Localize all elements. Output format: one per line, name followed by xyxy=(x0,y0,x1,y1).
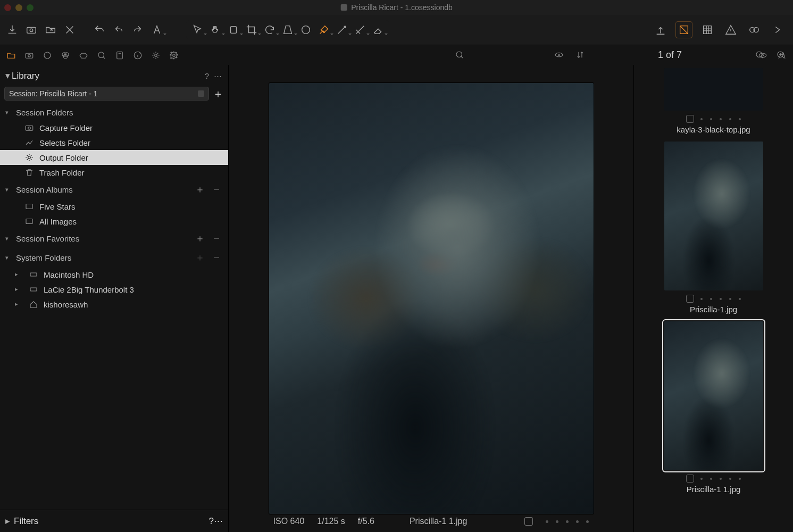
tab-color[interactable] xyxy=(57,47,73,63)
tab-lens[interactable] xyxy=(39,47,55,63)
system-folders-header[interactable]: ▾ System Folders ＋ − xyxy=(0,248,228,267)
move-to-icon[interactable] xyxy=(43,22,59,38)
remove-favorite-button[interactable]: − xyxy=(209,232,223,245)
svg-point-13 xyxy=(98,52,104,58)
main-image[interactable] xyxy=(269,83,594,514)
system-folder-home[interactable]: kishoresawh xyxy=(0,297,228,312)
library-panel-title: Library xyxy=(12,71,39,81)
import-icon[interactable] xyxy=(4,22,20,38)
exposure-warning-icon[interactable] xyxy=(676,22,692,38)
thumb-rating[interactable] xyxy=(700,298,741,300)
rating-dots[interactable] xyxy=(546,520,589,523)
system-folder-macintosh[interactable]: Macintosh HD xyxy=(0,267,228,282)
expand-icon[interactable]: ▸ xyxy=(15,301,18,307)
session-folders-header[interactable]: ▾ Session Folders xyxy=(0,105,228,120)
gradient-tool-icon[interactable] xyxy=(334,22,350,38)
tab-adjust[interactable] xyxy=(112,47,128,63)
tab-metadata[interactable] xyxy=(130,47,146,63)
all-images-album[interactable]: All Images xyxy=(0,214,228,229)
drive-icon xyxy=(29,270,38,279)
zoom-window-button[interactable] xyxy=(27,4,34,11)
output-folder-item[interactable]: Output Folder xyxy=(0,150,228,165)
session-favorites-header[interactable]: ▾ Session Favorites ＋ − xyxy=(0,229,228,248)
undo-step-icon[interactable] xyxy=(111,22,127,38)
cancel-icon[interactable] xyxy=(62,22,78,38)
thumb-checkbox[interactable] xyxy=(686,475,694,483)
thumb-checkbox[interactable] xyxy=(686,295,694,303)
document-icon xyxy=(340,4,347,11)
library-tree: ▾ Session Folders Capture Folder Selects… xyxy=(0,105,228,312)
grid-icon[interactable] xyxy=(699,22,715,38)
thumb-rating[interactable] xyxy=(700,478,741,480)
redo-step-icon[interactable] xyxy=(130,22,146,38)
tab-capture[interactable] xyxy=(21,47,37,63)
capture-icon[interactable] xyxy=(23,22,39,38)
system-folder-lacie[interactable]: LaCie 2Big Thunderbolt 3 xyxy=(0,282,228,297)
browser-sort-icon[interactable] xyxy=(572,47,588,63)
tab-library[interactable] xyxy=(3,47,19,63)
chevron-down-icon: ▾ xyxy=(3,70,12,81)
keystone-tool-icon[interactable] xyxy=(280,22,296,38)
eraser-tool-icon[interactable] xyxy=(370,22,386,38)
thumbnail-item[interactable]: kayla-3-black-top.jpg xyxy=(663,68,764,134)
minimize-window-button[interactable] xyxy=(15,4,22,11)
browser-eye-icon[interactable] xyxy=(551,47,567,63)
radial-tool-icon[interactable] xyxy=(352,22,368,38)
thumbnail-item-selected[interactable]: Priscilla-1 1.jpg xyxy=(663,321,764,494)
trash-icon xyxy=(24,168,34,177)
thumbnail-strip: kayla-3-black-top.jpg Priscilla-1.jpg Pr… xyxy=(634,65,793,532)
expand-icon[interactable]: ▸ xyxy=(15,286,18,293)
selects-icon xyxy=(24,138,34,147)
tab-details[interactable] xyxy=(94,47,110,63)
tab-batch[interactable] xyxy=(166,47,182,63)
tab-exposure[interactable] xyxy=(76,47,91,63)
more-icon[interactable] xyxy=(770,22,786,38)
tab-output[interactable] xyxy=(148,47,164,63)
panel-menu-icon[interactable]: ⋯ xyxy=(212,71,223,81)
select-tool-icon[interactable] xyxy=(189,22,205,38)
thumb-checkbox[interactable] xyxy=(686,115,694,123)
crop-tool-icon[interactable] xyxy=(244,22,260,38)
svg-point-16 xyxy=(155,54,157,56)
add-album-button[interactable]: ＋ xyxy=(195,183,206,196)
proof-view-icon[interactable] xyxy=(746,22,762,38)
svg-point-22 xyxy=(28,156,31,159)
expand-icon[interactable]: ▸ xyxy=(15,271,18,278)
svg-rect-2 xyxy=(231,27,237,34)
browser-zoom-icon[interactable] xyxy=(773,47,789,63)
pan-tool-icon[interactable] xyxy=(207,22,223,38)
help-icon[interactable]: ? xyxy=(202,71,212,80)
thumb-rating[interactable] xyxy=(700,118,741,120)
undo-icon[interactable] xyxy=(91,22,107,38)
add-session-button[interactable]: ＋ xyxy=(212,88,224,99)
thumbnail-image xyxy=(664,142,763,290)
export-icon[interactable] xyxy=(653,22,669,38)
rotate-tool-icon[interactable] xyxy=(262,22,278,38)
thumbnail-item[interactable]: Priscilla-1.jpg xyxy=(663,142,764,314)
window-title: Priscilla Ricart - 1.cosessiondb xyxy=(340,3,453,12)
select-checkbox[interactable] xyxy=(524,517,533,526)
loupe-tool-icon[interactable] xyxy=(226,22,241,38)
panel-menu-icon[interactable]: ⋯ xyxy=(214,516,223,527)
remove-system-folder-button[interactable]: − xyxy=(209,252,223,264)
add-favorite-button[interactable]: ＋ xyxy=(195,232,206,245)
brush-tool-icon[interactable] xyxy=(316,22,332,38)
focus-warning-icon[interactable] xyxy=(723,22,739,38)
filters-panel-header[interactable]: ▸ Filters ? ⋯ xyxy=(0,510,228,532)
window-title-text: Priscilla Ricart - 1.cosessiondb xyxy=(351,3,453,12)
trash-folder-item[interactable]: Trash Folder xyxy=(0,165,228,180)
capture-folder-item[interactable]: Capture Folder xyxy=(0,120,228,135)
close-window-button[interactable] xyxy=(4,4,11,11)
add-system-folder-button[interactable]: ＋ xyxy=(195,251,206,264)
library-panel-header[interactable]: ▾ Library ? ⋯ xyxy=(0,65,228,86)
spot-tool-icon[interactable] xyxy=(298,22,314,38)
help-icon[interactable]: ? xyxy=(209,516,214,527)
session-selector[interactable]: Session: Priscilla Ricart - 1 xyxy=(4,87,209,101)
browser-search-icon[interactable] xyxy=(752,47,767,63)
zoom-fit-icon[interactable] xyxy=(452,47,468,63)
selects-folder-item[interactable]: Selects Folder xyxy=(0,135,228,150)
remove-album-button[interactable]: − xyxy=(209,184,223,196)
auto-adjust-icon[interactable] xyxy=(149,22,165,38)
session-albums-header[interactable]: ▾ Session Albums ＋ − xyxy=(0,180,228,199)
five-stars-album[interactable]: Five Stars xyxy=(0,199,228,214)
